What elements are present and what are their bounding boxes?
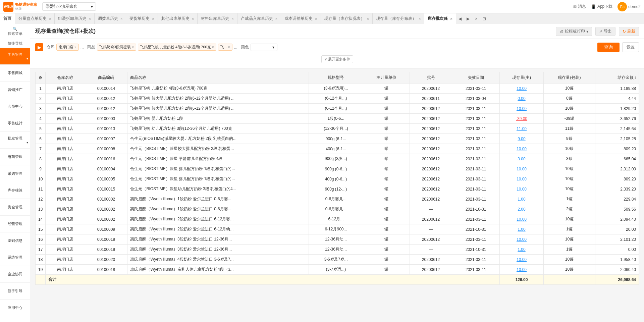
settings-button[interactable]: 设置 [622, 42, 639, 52]
sidebar-quick-nav[interactable]: 快捷导航 [0, 39, 30, 48]
row-name: 合生元（BIOSTIME）派星 婴儿配方奶粉 1段 乳核蛋白的... [127, 174, 309, 184]
row-stock-main[interactable]: 10.00 [499, 174, 544, 184]
table-container[interactable]: ⚙ 仓库名称 商品编码 商品名称 规格型号 主计量单位 批号 失效日期 现存量(… [30, 68, 644, 322]
tab-chenben[interactable]: 成本调整单历史 × [281, 13, 321, 24]
tag-remove-icon[interactable]: × [212, 45, 214, 49]
query-button[interactable]: 查询 [597, 43, 620, 52]
sidebar-item-system[interactable]: 系统管理 [0, 249, 30, 266]
tab-close-icon[interactable]: × [315, 17, 317, 21]
messages-button[interactable]: ✉ 消息 [573, 4, 586, 9]
row-unit: 罐 [363, 144, 410, 154]
sidebar-item-wholesale[interactable]: 批发管理 ▾ [0, 132, 30, 149]
tab-chengpinruku[interactable]: 产成品入库单历史 × [237, 13, 281, 24]
row-stock-main[interactable]: 3.00 [499, 154, 544, 164]
tab-menu-button[interactable]: ⊡ [480, 13, 488, 24]
sidebar-item-mall[interactable]: 零售商城 [0, 65, 30, 82]
logo-text: 畅捷通好生意 标版 [15, 2, 37, 11]
expand-more-button[interactable]: ∨ 展开更多条件 [321, 55, 353, 63]
tab-close-icon[interactable]: × [231, 17, 233, 21]
row-name: 合生元(BIOSTIME)派星较大婴儿配方奶粉 2段 乳核蛋白的... [127, 134, 309, 144]
row-stock-main[interactable]: 1.00 [499, 224, 544, 234]
sidebar-item-operations[interactable]: 经营管理 [0, 216, 30, 232]
sidebar-item-weixin[interactable]: 企业微信 [0, 316, 30, 322]
sidebar-item-guide[interactable]: 新手引导 [0, 283, 30, 300]
row-stock-main[interactable]: 10.00 [499, 234, 544, 245]
row-stock-main[interactable]: 10.00 [499, 164, 544, 174]
row-stock-pkg: 10罐 [544, 265, 595, 275]
tab-close-all-button[interactable]: × [472, 13, 480, 24]
warehouse-more[interactable]: ... [80, 45, 84, 50]
tab-close-icon[interactable]: × [450, 17, 452, 21]
sidebar-item-inventory[interactable]: 库存核算 [0, 182, 30, 199]
sidebar-item-members[interactable]: 会员中心 [0, 98, 30, 115]
row-stock-main[interactable]: 10.00 [499, 265, 544, 275]
tag-remove-icon[interactable]: × [132, 45, 134, 49]
tab-close-icon[interactable]: × [367, 17, 369, 21]
row-stock-main[interactable]: -39.00 [499, 114, 544, 124]
row-batch: — [410, 245, 452, 255]
product-more[interactable]: ... [234, 45, 237, 50]
tab-diaobo[interactable]: 调拨单历史 × [95, 13, 126, 24]
sidebar-item-purchase[interactable]: 采购管理 [0, 165, 30, 182]
sidebar-item-enterprise[interactable]: 企业协同 [0, 266, 30, 283]
tab-qitachuku[interactable]: 其他出库单历史 × [158, 13, 198, 24]
sidebar-search[interactable]: 🔍 搜索菜单 [0, 24, 30, 39]
col-settings[interactable]: ⚙ [36, 72, 46, 84]
tab-close-icon[interactable]: × [419, 17, 421, 21]
sidebar-item-apps[interactable]: 应用中心 [0, 300, 30, 316]
tab-close-icon[interactable]: × [192, 17, 194, 21]
row-warehouse: 南岸门店 [46, 204, 85, 214]
sidebar-item-marketing[interactable]: 营销推广 [0, 82, 30, 98]
tab-prev-button[interactable]: ◀ [456, 13, 464, 24]
row-warehouse: 南岸门店 [46, 94, 85, 104]
tab-close-icon[interactable]: × [120, 17, 122, 21]
sidebar-item-retail[interactable]: 零售管理 ▾ [0, 48, 30, 65]
row-stock-main[interactable]: 10.00 [499, 84, 544, 94]
export-button[interactable]: ↗ 导出 [595, 27, 615, 36]
row-stock-main[interactable]: 10.00 [499, 184, 544, 194]
app-download-button[interactable]: 📱 App下载 [591, 4, 612, 9]
row-spec: 3-6岁及7岁... [309, 255, 363, 265]
tag-remove-icon[interactable]: × [228, 45, 230, 49]
row-stock-main[interactable]: 10.00 [499, 144, 544, 154]
sidebar-item-ecommerce[interactable]: 电商管理 [0, 149, 30, 165]
tab-fenliangpandian[interactable]: 分量盘点单历史 × [15, 13, 55, 24]
tab-home[interactable]: 首页 [0, 13, 15, 24]
row-stock-main[interactable]: 2.00 [499, 204, 544, 214]
row-stock-pkg: 10罐 [544, 144, 595, 154]
filter-expand-button[interactable]: ▶ [35, 43, 43, 51]
tag-remove-icon[interactable]: × [74, 45, 76, 49]
row-name: 合生元（BIOSTIME）派星 婴儿配方奶粉 1段 乳核蛋白的... [127, 164, 309, 174]
tab-next-button[interactable]: ▶ [464, 13, 472, 24]
tab-close-icon[interactable]: × [275, 17, 277, 21]
info-icon[interactable]: ℹ [635, 76, 636, 79]
row-stock-main[interactable]: 0.00 [499, 94, 544, 104]
sidebar-item-retail-stats[interactable]: 零售统计 [0, 115, 30, 132]
refresh-button[interactable]: ↻ 刷新 [619, 27, 639, 36]
tab-cailiaochuku[interactable]: 材料出库单历史 × [198, 13, 237, 24]
sidebar-item-finance[interactable]: 资金管理 [0, 199, 30, 216]
row-stock-main[interactable]: 11.00 [499, 124, 544, 134]
row-balance: 2,060.40 [595, 265, 639, 275]
tab-kucunzhuangtai[interactable]: 现存量（库存状况表） × [321, 13, 373, 24]
row-stock-main[interactable]: 1.00 [499, 245, 544, 255]
template-print-button[interactable]: 🖨 按模板打印 ▾ [556, 27, 592, 36]
sidebar-item-basicinfo[interactable]: 基础信息 [0, 232, 30, 249]
row-stock-main[interactable]: 10.00 [499, 104, 544, 114]
tab-kucunpici[interactable]: 库存批次账 × [424, 13, 456, 24]
color-dropdown[interactable]: ▾ [251, 44, 277, 51]
tab-close-icon[interactable]: × [152, 17, 154, 21]
tab-zuzhuangchaizhu[interactable]: 组装拆卸单历史 × [55, 13, 94, 24]
industry-select[interactable]: 母婴行业演示账套 ▾ [42, 2, 96, 11]
tab-close-icon[interactable]: × [89, 17, 91, 21]
row-stock-main[interactable]: 9.00 [499, 134, 544, 144]
logo: 好生意 畅捷通好生意 标版 [3, 2, 37, 12]
filter-area: ▶ 仓库 南岸门店 × ... 商品 飞鹤奶粉3段两提 [30, 39, 644, 68]
row-stock-main[interactable]: 1.00 [499, 194, 544, 204]
tab-yaohuo[interactable]: 要货单历史 × [126, 13, 158, 24]
tab-kucunfenbu[interactable]: 现存量（库存分布表） × [373, 13, 424, 24]
user-profile[interactable]: Ea demo2 [618, 2, 641, 11]
row-stock-main[interactable]: 10.00 [499, 214, 544, 224]
row-stock-main[interactable]: 10.00 [499, 255, 544, 265]
tab-close-icon[interactable]: × [49, 17, 51, 21]
